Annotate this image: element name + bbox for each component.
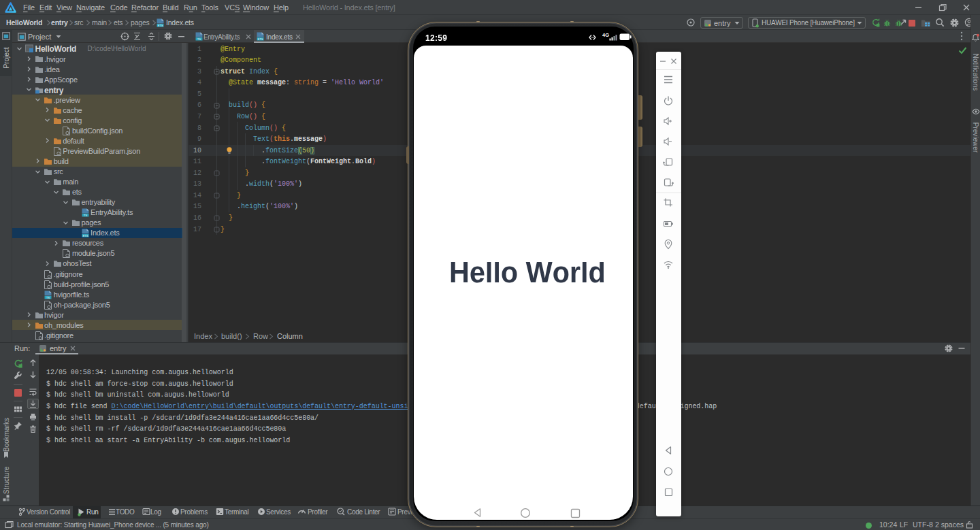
svg-text:ETS: ETS [257, 37, 263, 41]
svg-text:4G: 4G [602, 32, 609, 38]
svg-text:ETS: ETS [157, 24, 163, 27]
svg-text:TS: TS [46, 295, 50, 299]
svg-text:TS: TS [197, 37, 201, 41]
svg-text:TS: TS [83, 214, 87, 217]
svg-text:ETS: ETS [82, 234, 88, 237]
